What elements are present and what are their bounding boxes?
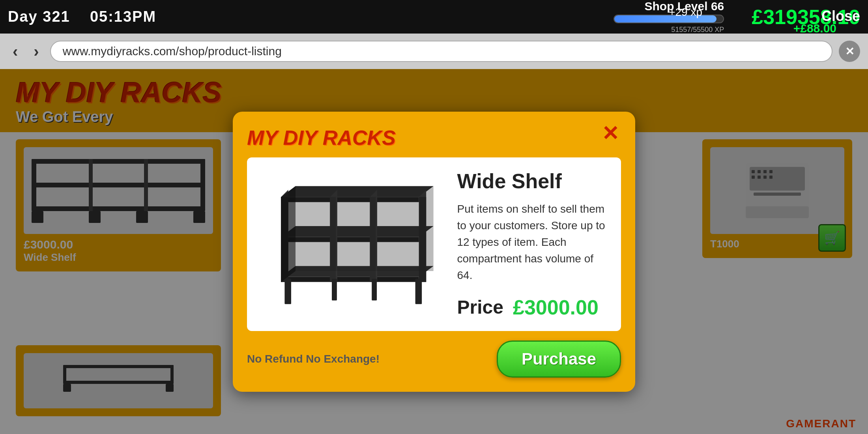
- svg-rect-47: [372, 279, 377, 300]
- modal-body: Wide Shelf Put items on shelf to sell th…: [247, 157, 621, 331]
- modal-image-area: [259, 169, 441, 319]
- modal-info-area: Wide Shelf Put items on shelf to sell th…: [457, 169, 609, 319]
- modal-product-name: Wide Shelf: [457, 169, 609, 193]
- svg-rect-44: [285, 279, 292, 304]
- top-bar: Day 321 05:13PM Shop Level 66 51557/5550…: [0, 0, 868, 34]
- modal-overlay: MY DIY RACKS ✕: [0, 69, 868, 434]
- svg-rect-45: [415, 279, 422, 304]
- xp-gain: +29 xp: [669, 6, 702, 19]
- nav-back-button[interactable]: ‹: [8, 41, 22, 62]
- purchase-button[interactable]: Purchase: [497, 340, 621, 378]
- browser-close-button[interactable]: ✕: [839, 41, 860, 62]
- close-button[interactable]: Close: [821, 8, 860, 24]
- close-x-icon: ✕: [845, 45, 854, 58]
- day-time: Day 321 05:13PM: [8, 8, 156, 25]
- modal-close-button[interactable]: ✕: [600, 123, 621, 144]
- svg-marker-43: [296, 186, 434, 271]
- web-content: MY DIY RACKS We Got Every nline FREE Del…: [0, 69, 868, 434]
- modal-footer: No Refund No Exchange! Purchase: [247, 340, 621, 378]
- time-label: 05:13PM: [90, 8, 156, 25]
- modal-price-label: Price: [457, 296, 503, 318]
- svg-marker-48: [281, 186, 296, 282]
- url-text: www.mydiyracks.com/shop/product-listing: [63, 45, 282, 58]
- modal-product-svg: [259, 173, 441, 315]
- modal-price-value: £3000.00: [513, 296, 599, 319]
- url-bar[interactable]: www.mydiyracks.com/shop/product-listing: [50, 41, 832, 62]
- modal-product-desc: Put items on shelf to sell them to your …: [457, 201, 609, 284]
- nav-forward-button[interactable]: ›: [29, 41, 43, 62]
- modal-dialog: MY DIY RACKS ✕: [233, 112, 635, 392]
- xp-text: 51557/55500 XP: [671, 26, 724, 34]
- modal-title: MY DIY RACKS: [247, 126, 621, 150]
- modal-price-row: Price £3000.00: [457, 296, 609, 319]
- day-label: Day 321: [8, 8, 70, 25]
- svg-rect-34: [281, 277, 419, 282]
- no-refund-text: No Refund No Exchange!: [247, 353, 380, 365]
- svg-rect-46: [332, 279, 337, 300]
- browser-bar: ‹ › www.mydiyracks.com/shop/product-list…: [0, 34, 868, 69]
